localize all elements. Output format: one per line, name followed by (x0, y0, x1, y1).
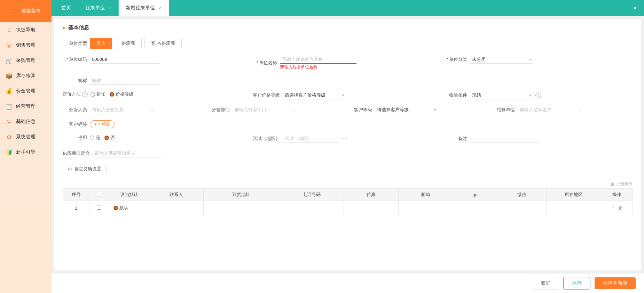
fax-input[interactable] (357, 204, 385, 212)
payment-help-icon[interactable]: ? (535, 92, 541, 98)
department-more-btn[interactable]: ··· (291, 107, 298, 113)
type-btn-supplier[interactable]: 供应商 (115, 38, 142, 49)
cancel-button[interactable]: 取消 (532, 277, 559, 290)
payment-terms-select[interactable]: 现结 (470, 91, 533, 99)
settlement-more-btn[interactable]: ··· (576, 107, 583, 113)
address-input[interactable] (220, 204, 262, 212)
tab-partners-close[interactable]: × (109, 6, 111, 10)
row-checkbox[interactable] (97, 205, 101, 210)
pricing-help-icon[interactable]: ? (82, 91, 88, 97)
sidebar-item-quick-nav[interactable]: ⌂ 快捷导航 (0, 22, 52, 38)
contacts-table: 序号 设为默认 联系人 到货地址 电话号码 传真 邮箱 qq 微信 所在地区 操… (63, 188, 633, 215)
location-input[interactable] (560, 204, 588, 212)
note-input[interactable] (470, 135, 540, 143)
tab-partners[interactable]: 往来单位 × (78, 0, 119, 16)
add-tag-button[interactable]: + + 标签 (90, 120, 115, 128)
sidebar-top: ☰ 搜索菜单 (0, 0, 52, 22)
row-default-radio[interactable] (113, 206, 118, 210)
sidebar-search[interactable]: ☰ 搜索菜单 (0, 3, 52, 19)
sidebar-item-newbie[interactable]: 🔰 新手引导 (0, 145, 52, 160)
disabled-no-radio[interactable] (104, 136, 109, 140)
customer-price-level-group: 客户价格等级 请选择客户价格等级 (253, 91, 443, 99)
customer-price-level-label: 客户价格等级 (253, 92, 280, 98)
custom-settings-button[interactable]: ⚙ 自定义项设置 (63, 164, 107, 174)
disabled-label: 停用 (63, 135, 87, 141)
save-button[interactable]: 保存 (563, 277, 590, 290)
payment-terms-wrapper: 现结 (470, 91, 533, 99)
customer-level-select[interactable]: 请选择客户等级 (375, 106, 438, 114)
contact-input[interactable] (163, 204, 190, 212)
supplier-custom-input[interactable] (93, 149, 162, 157)
unit-type-group: 单位类型 客户 供应商 客户/供应商 (63, 38, 633, 49)
batch-delete-bar[interactable]: 🗑 批量删除 (63, 181, 633, 187)
unit-type-buttons: 客户 供应商 客户/供应商 (90, 38, 182, 49)
type-btn-customer[interactable]: 客户 (90, 38, 112, 49)
row-default-radio-label[interactable]: 默认 (113, 205, 145, 211)
phone-input[interactable] (294, 204, 329, 212)
sidebar-item-system[interactable]: ⚙ 系统管理 (0, 129, 52, 145)
unit-name-error: 请输入往来单位名称 (280, 64, 356, 70)
sidebar-item-label: 快捷导航 (16, 27, 36, 33)
unit-code-label: *单位编码 (63, 56, 87, 63)
col-region: 所在地区 (547, 189, 601, 201)
wechat-input[interactable] (510, 204, 534, 212)
settlement-label: 结算单位 (490, 107, 515, 113)
unit-category-select-wrapper: 未分类 (470, 55, 533, 64)
qq-input[interactable] (465, 204, 486, 212)
sidebar-item-finance[interactable]: 💰 资金管理 (0, 83, 52, 99)
note-group: 备注 (443, 135, 633, 143)
abbr-input[interactable] (90, 76, 159, 85)
pricing-level-radio[interactable] (110, 92, 114, 97)
pricing-level[interactable]: 价格等级 (110, 91, 134, 97)
manager-input[interactable] (90, 106, 146, 114)
customer-level-wrapper: 请选择客户等级 (375, 106, 438, 114)
tab-home[interactable]: 首页 (54, 0, 78, 16)
tab-bar: 首页 往来单位 × 新增往来单位 × × (52, 0, 644, 16)
pricing-discount-radio[interactable] (91, 92, 95, 97)
sidebar-item-basic[interactable]: 🗂 基础信息 (0, 114, 52, 129)
add-row-btn[interactable]: ＋ (611, 205, 615, 211)
sidebar-item-purchase[interactable]: 🛒 采购管理 (0, 53, 52, 68)
customer-price-level-select[interactable]: 请选择客户价格等级 (283, 91, 345, 99)
sidebar-item-label: 采购管理 (16, 57, 36, 64)
disabled-radio-group: 是 否 (90, 135, 115, 141)
region-more-btn[interactable]: ··· (341, 136, 348, 142)
trash-icon: 🗑 (611, 182, 615, 187)
unit-name-input[interactable] (280, 55, 356, 64)
unit-type-row: 单位类型 客户 供应商 客户/供应商 (63, 38, 633, 49)
tag-label: 客户标签 (63, 121, 87, 128)
custom-settings-label: 自定义项设置 (74, 166, 101, 172)
form-content: ▸ 基本信息 单位类型 客户 供应商 客户/供应商 *单位编码 (54, 19, 641, 270)
save-new-button[interactable]: 保存并新增 (595, 277, 636, 289)
disabled-yes[interactable]: 是 (90, 135, 100, 141)
region-group: 区域（地区） ··· (253, 135, 443, 143)
sidebar-item-label: 经营管理 (16, 103, 36, 109)
select-all-checkbox[interactable] (97, 192, 101, 196)
row-address (204, 201, 279, 215)
sidebar-item-inventory[interactable]: 📦 库存核算 (0, 68, 52, 83)
finance-icon: 💰 (6, 88, 13, 95)
unit-code-input[interactable] (90, 55, 159, 64)
disabled-no[interactable]: 否 (104, 135, 115, 141)
email-input[interactable] (412, 204, 440, 212)
type-btn-both[interactable]: 客户/供应商 (144, 38, 182, 49)
unit-category-select[interactable]: 未分类 (470, 55, 533, 64)
tab-partners-label: 往来单位 (85, 5, 105, 11)
settlement-input[interactable] (518, 106, 573, 114)
tab-new-partner-close[interactable]: × (159, 6, 162, 10)
tab-new-partner[interactable]: 新增往来单位 × (119, 0, 169, 16)
sidebar-item-sales[interactable]: ◎ 销售管理 (0, 38, 52, 53)
manager-more-btn[interactable]: ··· (148, 107, 156, 113)
customer-level-group: 客户等级 请选择客户等级 (348, 106, 490, 114)
row-location (547, 201, 601, 215)
manager-label: 分管人员 (63, 107, 87, 113)
tab-close-all[interactable]: × (629, 5, 641, 12)
disabled-row: 停用 是 否 区域（地区） ··· 备注 (63, 135, 633, 143)
sidebar-item-operations[interactable]: 📋 经营管理 (0, 99, 52, 114)
gear-icon: ⚙ (68, 166, 72, 172)
disabled-yes-radio[interactable] (90, 136, 94, 140)
delete-row-btn[interactable]: 🗑 (618, 205, 623, 211)
pricing-discount[interactable]: 折扣 (91, 91, 105, 97)
region-input[interactable] (283, 135, 338, 143)
department-input[interactable] (233, 106, 288, 114)
